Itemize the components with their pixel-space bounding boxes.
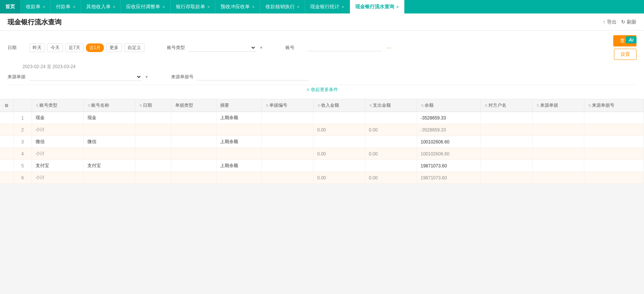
source-doc-filter-group: 来源单据 ▼ [8, 73, 149, 81]
th-account-name[interactable]: ⇅账号名称 [83, 99, 135, 112]
export-label: 导出 [607, 19, 617, 25]
cell-settings [0, 172, 14, 184]
date-custom[interactable]: 自定义 [124, 43, 144, 52]
table-container: ⚙ ⇅账号类型 ⇅账号名称 ⇅日期 单据类型 摘要 ⇅单据编号 ⇅收入金额 ⇅支… [0, 99, 644, 184]
export-icon: ↑ [603, 19, 606, 25]
account-input[interactable] [307, 44, 382, 51]
th-counterparty[interactable]: ⇅对方户名 [481, 99, 533, 112]
cell-num: 6 [14, 172, 32, 184]
table-row[interactable]: 2小计0.000.00-3528659.33 [0, 124, 644, 136]
cell-doc-no [261, 172, 313, 184]
nav-pre-receipt-close[interactable]: × [252, 4, 254, 9]
th-doc-no[interactable]: ⇅单据编号 [261, 99, 313, 112]
filter-row-1: 日期 昨天 今天 近7天 近1月 更多 自定义 账号类型 现金 微信 支付宝 ▼… [8, 35, 636, 60]
date-1month[interactable]: 近1月 [86, 43, 104, 52]
source-doc-dropdown-arrow: ▼ [145, 75, 149, 79]
nav-payment-close[interactable]: × [73, 4, 75, 9]
export-button[interactable]: ↑ 导出 [603, 19, 617, 25]
th-settings[interactable]: ⚙ [0, 99, 14, 112]
cell-counterparty [481, 172, 533, 184]
nav-cash-flow-close[interactable]: × [396, 4, 399, 9]
th-date[interactable]: ⇅日期 [135, 99, 171, 112]
cell-doc-type [171, 160, 216, 172]
date-today[interactable]: 今天 [47, 43, 63, 52]
account-more-btn[interactable]: ··· [387, 45, 391, 51]
cell-num: 3 [14, 136, 32, 148]
th-income[interactable]: ⇅收入金额 [313, 99, 365, 112]
th-balance[interactable]: ⇅余额 [417, 99, 481, 112]
refresh-button[interactable]: ↻ 刷新 [621, 19, 636, 25]
collapse-label: ∧ 收起更多条件 [306, 87, 338, 92]
cell-account-name: 现金 [83, 112, 135, 124]
cell-source-doc-no [584, 148, 644, 160]
nav-receipt-label: 收款单 [26, 3, 41, 10]
nav-ar-ap-close[interactable]: × [162, 4, 165, 9]
settings-button[interactable]: 设置 [614, 49, 636, 60]
ai-badge[interactable]: Ai [626, 36, 636, 43]
th-account-type[interactable]: ⇅账号类型 [32, 99, 83, 112]
nav-other-income-close[interactable]: × [113, 4, 115, 9]
nav-item-home[interactable]: 首页 [0, 0, 21, 13]
cell-counterparty [481, 124, 533, 136]
cell-doc-no [261, 112, 313, 124]
cell-counterparty [481, 148, 533, 160]
cell-account-type: 现金 [32, 112, 83, 124]
table-row[interactable]: 1现金现金上期余额-3528659.33 [0, 112, 644, 124]
cell-source-doc-no [584, 160, 644, 172]
source-doc-select[interactable] [29, 73, 142, 81]
collapse-bar[interactable]: ∧ 收起更多条件 [8, 85, 636, 94]
table-row[interactable]: 4小计0.000.00100102606.60 [0, 148, 644, 160]
table-row[interactable]: 6小计0.000.0019871073.60 [0, 172, 644, 184]
date-7days[interactable]: 近7天 [65, 43, 84, 52]
cell-num: 2 [14, 124, 32, 136]
nav-receipt-verify-close[interactable]: × [297, 4, 299, 9]
cell-balance: -3528659.33 [417, 112, 481, 124]
cell-date [135, 124, 171, 136]
th-source-doc-no[interactable]: ⇅来源单据号 [584, 99, 644, 112]
cell-num: 5 [14, 160, 32, 172]
nav-item-cash-stats[interactable]: 现金银行统计 × [305, 0, 350, 13]
table-row[interactable]: 3微信微信上期余额100102606.60 [0, 136, 644, 148]
nav-item-receipt-verify[interactable]: 收款核销执行 × [260, 0, 305, 13]
cell-account-name [83, 124, 135, 136]
nav-bank-deposit-close[interactable]: × [207, 4, 210, 9]
nav-item-cash-flow[interactable]: 现金银行流水查询 × [350, 0, 404, 13]
cell-num: 1 [14, 112, 32, 124]
cell-summary: 上期余额 [216, 160, 261, 172]
nav-item-bank-deposit[interactable]: 银行存取款单 × [171, 0, 215, 13]
nav-item-payment[interactable]: 付款单 × [51, 0, 81, 13]
nav-item-ar-ap-adjust[interactable]: 应收应付调整单 × [121, 0, 170, 13]
nav-receipt-close[interactable]: × [43, 4, 45, 9]
th-source-doc[interactable]: ⇅来源单据 [533, 99, 584, 112]
nav-cash-flow-label: 现金银行流水查询 [355, 3, 394, 10]
source-doc-no-input[interactable] [197, 73, 309, 81]
cell-expense: 0.00 [365, 172, 417, 184]
date-yesterday[interactable]: 昨天 [29, 43, 45, 52]
date-filter-group: 日期 昨天 今天 近7天 近1月 更多 自定义 [8, 43, 144, 52]
cell-source-doc [533, 148, 584, 160]
cell-source-doc [533, 172, 584, 184]
cell-source-doc-no [584, 136, 644, 148]
header-actions: ↑ 导出 ↻ 刷新 [603, 19, 637, 25]
cell-account-type: 小计 [32, 172, 83, 184]
nav-item-pre-receipt[interactable]: 预收冲应收单 × [215, 0, 260, 13]
cell-income [313, 160, 365, 172]
cell-income [313, 112, 365, 124]
cell-account-name: 支付宝 [83, 160, 135, 172]
cell-income: 0.00 [313, 148, 365, 160]
table-row[interactable]: 5支付宝支付宝上期余额19871073.60 [0, 160, 644, 172]
account-filter-group: 账号 ··· [285, 44, 391, 51]
date-more[interactable]: 更多 [106, 43, 122, 52]
th-expense[interactable]: ⇅支出金额 [365, 99, 417, 112]
cell-summary [216, 148, 261, 160]
cell-source-doc [533, 160, 584, 172]
nav-item-other-income[interactable]: 其他收入单 × [81, 0, 121, 13]
cell-date [135, 136, 171, 148]
nav-cash-stats-close[interactable]: × [342, 4, 344, 9]
account-type-select[interactable]: 现金 微信 支付宝 [189, 44, 256, 52]
cell-account-name [83, 148, 135, 160]
cell-expense [365, 112, 417, 124]
cell-account-type: 微信 [32, 136, 83, 148]
filter-area: 日期 昨天 今天 近7天 近1月 更多 自定义 账号类型 现金 微信 支付宝 ▼… [0, 31, 644, 99]
nav-item-receipt[interactable]: 收款单 × [21, 0, 51, 13]
